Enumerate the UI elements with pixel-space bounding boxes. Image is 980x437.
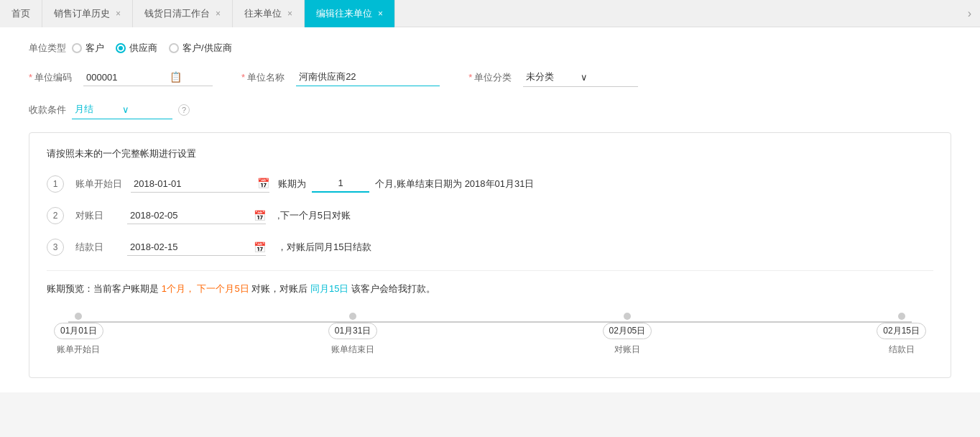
step-1-mid-text: 账期为 <box>278 178 306 190</box>
preview-mid: 对账，对账后 <box>251 283 308 294</box>
tab-partner[interactable]: 往来单位 × <box>233 0 305 27</box>
node-1-dot <box>75 313 82 320</box>
radio-both[interactable]: 客户/供应商 <box>169 42 232 55</box>
radio-customer[interactable]: 客户 <box>72 42 104 55</box>
box-instruction: 请按照未来的一个完整帐期进行设置 <box>47 147 933 160</box>
payment-label: 收款条件 <box>29 104 66 116</box>
timeline-container: 01月01日 账单开始日 01月31日 账单结束日 02月05日 对账日 <box>47 313 933 363</box>
radio-supplier-label: 供应商 <box>129 42 157 55</box>
code-label-wrap: * 单位编码 <box>29 71 72 84</box>
unit-type-row: 单位类型 客户 供应商 客户/供应商 <box>29 42 951 55</box>
step-3-prefix: ，对账后 <box>277 241 315 254</box>
radio-customer-label: 客户 <box>85 42 104 55</box>
category-label: 单位分类 <box>474 71 512 84</box>
name-label-wrap: * 单位名称 <box>241 71 285 84</box>
step-3-highlight: 同月15日 <box>315 241 353 254</box>
step-2-date-input[interactable] <box>127 207 254 224</box>
tab-expand-icon[interactable]: › <box>959 7 980 20</box>
step-2-highlight: 月5日 <box>308 209 332 222</box>
node-4-date: 02月15日 <box>877 323 926 339</box>
node-4-label: 结款日 <box>889 344 915 356</box>
timeline-nodes: 01月01日 账单开始日 01月31日 账单结束日 02月05日 对账日 <box>47 313 933 356</box>
step-3-num: 3 <box>47 239 64 256</box>
code-required-star: * <box>29 72 32 83</box>
timeline-node-4: 02月15日 结款日 <box>877 313 926 356</box>
step-1-row: 1 账单开始日 📅 账期为 个月,账单结束日期为 2018年01月31日 <box>47 175 933 193</box>
payment-dropdown-value: 月结 <box>75 103 122 116</box>
step-3-calendar-icon[interactable]: 📅 <box>254 242 266 253</box>
tab-edit-partner-label: 编辑往来单位 <box>316 7 372 20</box>
preview-section: 账期预览：当前客户账期是 1个月， 下一个月5日 对账，对账后 同月15日 该客… <box>47 270 933 363</box>
tab-partner-close[interactable]: × <box>287 9 292 18</box>
code-label: 单位编码 <box>34 71 72 84</box>
page-content: 单位类型 客户 供应商 客户/供应商 * 单位编码 <box>0 27 980 392</box>
step-3-date-input[interactable] <box>127 239 254 255</box>
radio-both-circle <box>169 43 179 53</box>
step-2-suffix: 对账 <box>332 209 351 222</box>
node-2-dot <box>349 313 356 320</box>
tab-sales-history[interactable]: 销售订单历史 × <box>42 0 133 27</box>
radio-supplier-circle <box>116 43 126 53</box>
name-label: 单位名称 <box>247 71 285 84</box>
step-3-suffix: 结款 <box>353 241 371 254</box>
preview-suffix: 该客户会给我打款。 <box>351 283 435 294</box>
step-3-label: 结款日 <box>75 241 119 254</box>
unit-type-radio-group: 客户 供应商 客户/供应商 <box>72 42 232 55</box>
preview-part2: 下一个月5日 <box>197 283 249 294</box>
tab-home[interactable]: 首页 <box>0 0 42 27</box>
radio-supplier[interactable]: 供应商 <box>116 42 157 55</box>
settings-box: 请按照未来的一个完整帐期进行设置 1 账单开始日 📅 账期为 个月,账单结束日期… <box>29 132 951 378</box>
step-2-label: 对账日 <box>75 209 119 222</box>
timeline-node-2: 01月31日 账单结束日 <box>328 313 378 356</box>
tab-sales-history-close[interactable]: × <box>116 9 121 18</box>
step-1-end-date: 2018年01月31日 <box>465 178 535 190</box>
step-1-date-wrap: 📅 <box>131 175 269 193</box>
node-4-dot <box>898 313 905 320</box>
step-2-prefix: ,下一个 <box>277 209 308 222</box>
timeline-node-3: 02月05日 对账日 <box>603 313 652 356</box>
step-1-date-input[interactable] <box>131 175 257 192</box>
tab-home-label: 首页 <box>11 7 30 20</box>
code-input-wrap: 📋 <box>83 69 213 86</box>
tab-cash-workbench-close[interactable]: × <box>216 9 221 18</box>
payment-row: 收款条件 月结 ∨ ? <box>29 100 951 119</box>
node-2-date: 01月31日 <box>328 323 378 339</box>
category-dropdown-value: 未分类 <box>526 70 581 83</box>
code-name-category-row: * 单位编码 📋 * 单位名称 * 单位分类 未分类 ∨ <box>29 68 951 87</box>
step-3-row: 3 结款日 📅 ，对账后 同月15日 结款 <box>47 239 933 256</box>
preview-part1: 1个月， <box>162 283 195 294</box>
name-field-group: * 单位名称 <box>241 69 440 86</box>
step-1-num: 1 <box>47 175 64 193</box>
tab-edit-partner-close[interactable]: × <box>378 9 383 18</box>
preview-part3: 同月15日 <box>310 283 348 294</box>
tab-partner-label: 往来单位 <box>244 7 282 20</box>
node-1-label: 账单开始日 <box>57 344 100 356</box>
radio-customer-circle <box>72 43 82 53</box>
payment-help-icon[interactable]: ? <box>178 104 190 116</box>
category-dropdown[interactable]: 未分类 ∨ <box>523 68 638 87</box>
payment-dropdown[interactable]: 月结 ∨ <box>72 100 172 119</box>
step-1-suffix: 个月,账单结束日期为 <box>375 178 462 190</box>
tab-cash-workbench[interactable]: 钱货日清工作台 × <box>133 0 233 27</box>
step-2-calendar-icon[interactable]: 📅 <box>254 210 266 221</box>
tab-sales-history-label: 销售订单历史 <box>54 7 110 20</box>
step-1-calendar-icon[interactable]: 📅 <box>257 178 269 189</box>
tab-edit-partner[interactable]: 编辑往来单位 × <box>305 0 395 27</box>
node-2-label: 账单结束日 <box>331 344 374 356</box>
step-2-date-wrap: 📅 <box>127 207 266 224</box>
payment-dropdown-arrow: ∨ <box>122 104 170 115</box>
category-dropdown-arrow: ∨ <box>581 72 635 83</box>
preview-prefix: 账期预览：当前客户账期是 <box>47 283 159 294</box>
code-input[interactable] <box>83 69 170 86</box>
unit-type-label: 单位类型 <box>29 42 66 55</box>
period-input[interactable] <box>312 175 369 193</box>
node-3-dot <box>624 313 631 320</box>
name-input[interactable] <box>296 69 440 86</box>
node-3-label: 对账日 <box>614 344 640 356</box>
name-required-star: * <box>241 72 245 83</box>
code-copy-icon[interactable]: 📋 <box>170 71 182 83</box>
step-2-row: 2 对账日 📅 ,下一个 月5日 对账 <box>47 207 933 224</box>
step-2-num: 2 <box>47 207 64 224</box>
node-3-date: 02月05日 <box>603 323 652 339</box>
category-field-group: * 单位分类 未分类 ∨ <box>468 68 638 87</box>
